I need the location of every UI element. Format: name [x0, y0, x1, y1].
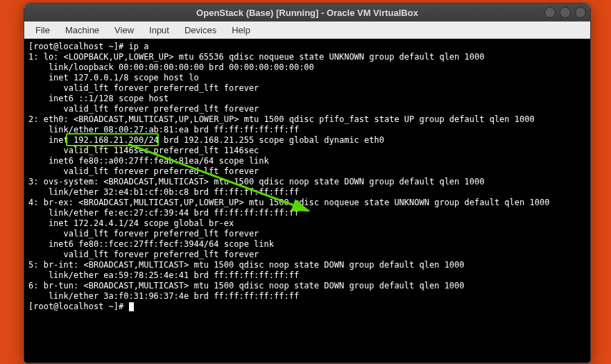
terminal-line: inet6 fe80::a00:27ff:feab:81ea/64 scope …	[28, 156, 269, 166]
terminal-line: 2: eth0: <BROADCAST,MULTICAST,UP,LOWER_U…	[28, 114, 535, 124]
terminal-line: 3: ovs-system: <BROADCAST,MULTICAST> mtu…	[28, 177, 484, 187]
terminal-line: 6: br-tun: <BROADCAST,MULTICAST> mtu 150…	[28, 281, 465, 291]
terminal-line: valid_lft forever preferred_lft forever	[28, 166, 259, 176]
maximize-button[interactable]	[560, 7, 571, 18]
terminal-line: inet 127.0.0.1/8 scope host lo	[28, 73, 199, 83]
terminal-line: valid_lft 1146sec preferred_lft 1146sec	[28, 146, 259, 155]
menu-devices[interactable]: Devices	[178, 24, 223, 37]
terminal-line: 4: br-ex: <BROADCAST,MULTICAST,UP,LOWER_…	[28, 198, 549, 207]
terminal-line: link/ether ea:59:78:25:4e:41 brd ff:ff:f…	[28, 270, 299, 280]
menu-file[interactable]: File	[28, 24, 57, 37]
terminal-line: valid_lft forever preferred_lft forever	[28, 250, 259, 259]
terminal-line: link/ether fe:ec:27:cf:39:44 brd ff:ff:f…	[28, 208, 299, 218]
terminal-line: link/ether 08:00:27:ab:81:ea brd ff:ff:f…	[28, 125, 299, 135]
menubar: File Machine View Input Devices Help	[24, 21, 590, 39]
terminal-line: inet 172.24.4.1/24 scope global br-ex	[28, 218, 234, 228]
terminal-line: 5: br-int: <BROADCAST,MULTICAST> mtu 150…	[28, 260, 465, 270]
menu-view[interactable]: View	[107, 24, 141, 37]
titlebar[interactable]: OpenStack (Base) [Running] - Oracle VM V…	[24, 3, 590, 21]
terminal-line: valid_lft forever preferred_lft forever	[28, 83, 259, 93]
terminal-line: inet6 fe80::fcec:27ff:fecf:3944/64 scope…	[28, 239, 274, 249]
window-controls	[544, 7, 586, 18]
minimize-button[interactable]	[544, 7, 556, 18]
menu-help[interactable]: Help	[225, 24, 257, 37]
menu-machine[interactable]: Machine	[58, 24, 106, 37]
window-title: OpenStack (Base) [Running] - Oracle VM V…	[196, 8, 418, 18]
terminal-line: inet6 ::1/128 scope host	[28, 94, 169, 103]
terminal-line: valid_lft forever preferred_lft forever	[28, 104, 259, 114]
cursor	[129, 302, 134, 311]
command: ip a	[129, 42, 149, 51]
terminal-line: inet 192.168.21.200/24 brd 192.168.21.25…	[28, 135, 384, 145]
prompt: [root@localhost ~]#	[28, 302, 129, 311]
vm-window: OpenStack (Base) [Running] - Oracle VM V…	[24, 3, 591, 363]
terminal-line: link/ether 32:e4:b1:cf:0b:c8 brd ff:ff:f…	[28, 187, 299, 197]
terminal-line: link/loopback 00:00:00:00:00:00 brd 00:0…	[28, 62, 314, 72]
terminal-line: link/ether 3a:f0:31:96:37:4e brd ff:ff:f…	[28, 291, 299, 301]
terminal-line: 1: lo: <LOOPBACK,UP,LOWER_UP> mtu 65536 …	[28, 52, 484, 62]
prompt: [root@localhost ~]#	[28, 42, 129, 51]
close-button[interactable]	[575, 7, 586, 18]
terminal-line: valid_lft forever preferred_lft forever	[28, 229, 259, 239]
terminal[interactable]: [root@localhost ~]# ip a 1: lo: <LOOPBAC…	[24, 39, 590, 363]
menu-input[interactable]: Input	[142, 24, 176, 37]
